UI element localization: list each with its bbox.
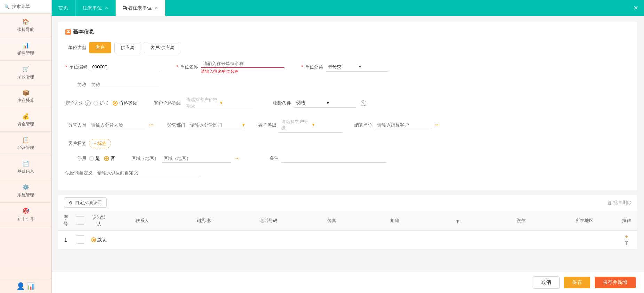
row-add-btn[interactable]: + [623, 234, 629, 239]
phone-input[interactable] [239, 237, 297, 243]
tab-new-partner-close[interactable]: ✕ [155, 6, 158, 10]
purchase-icon: 🛒 [22, 65, 30, 73]
cell-phone[interactable] [237, 231, 300, 249]
unit-category-label: * 单位分类 [301, 64, 323, 70]
sidebar-bottom-icon1[interactable]: 👤 [16, 282, 25, 290]
disabled-no-radio[interactable]: 否 [104, 155, 115, 162]
manager-field: 分管人员 ··· [65, 121, 155, 129]
batch-delete-button[interactable]: 🗑 批量删除 [607, 200, 631, 206]
guide-icon: 🎯 [22, 207, 30, 214]
sales-icon: 📊 [22, 41, 30, 49]
select-all-checkbox[interactable] [76, 216, 84, 225]
sidebar-item-quick-nav[interactable]: 🏠 快捷导航 [0, 14, 51, 37]
region-table-input[interactable] [556, 237, 613, 243]
sidebar-search[interactable]: 🔍 搜索菜单 [0, 0, 51, 14]
cell-wechat[interactable] [489, 231, 552, 249]
col-action: 操作 [616, 211, 637, 231]
close-all-button[interactable]: ✕ [628, 0, 644, 16]
cell-contact[interactable] [110, 231, 173, 249]
fax-input[interactable] [303, 237, 360, 243]
supplier-custom-row: 供应商自定义 [65, 169, 630, 177]
settlement-more-btn[interactable]: ··· [434, 122, 441, 128]
sidebar-item-label: 系统管理 [17, 192, 34, 198]
save-button[interactable]: 保存 [564, 277, 590, 288]
department-field: 分管部门 ▼ [165, 121, 246, 129]
default-radio[interactable]: 默认 [90, 237, 108, 243]
manager-more-btn[interactable]: ··· [148, 122, 155, 128]
department-input[interactable] [188, 121, 244, 129]
cell-fax[interactable] [300, 231, 363, 249]
sidebar-item-system[interactable]: ⚙️ 系统管理 [0, 179, 51, 203]
pricing-question-icon[interactable]: ? [85, 100, 91, 106]
supplier-custom-input[interactable] [95, 169, 200, 177]
col-default: 设为默认 [87, 211, 111, 231]
sidebar-item-sales[interactable]: 📊 销售管理 [0, 37, 51, 61]
payment-terms-select[interactable]: 现结 ▼ [294, 98, 356, 108]
tab-partners-close[interactable]: ✕ [105, 6, 108, 10]
close-all-icon: ✕ [633, 4, 638, 12]
sidebar-item-operation[interactable]: 📋 经营管理 [0, 132, 51, 155]
pricing-method-field: 定价方法 ? 折扣 价格等级 [65, 100, 137, 106]
price-level-radio-circle [113, 101, 118, 106]
sidebar-item-purchase[interactable]: 🛒 采购管理 [0, 61, 51, 84]
manager-row: 分管人员 ··· 分管部门 ▼ 客户等级 请选择客户等级 ▼ [65, 117, 630, 133]
sidebar-item-guide[interactable]: 🎯 新手引导 [0, 203, 51, 226]
save-new-button[interactable]: 保存并新增 [595, 277, 636, 288]
row-delete-btn[interactable]: 🗑 [622, 240, 631, 246]
remark-input[interactable] [282, 154, 386, 163]
price-level-arrow-icon: ▼ [219, 100, 251, 105]
disabled-yes-radio[interactable]: 是 [89, 155, 100, 162]
row-checkbox[interactable] [76, 235, 84, 244]
pricing-radio-price-level[interactable]: 价格等级 [113, 100, 137, 106]
customer-price-level-select[interactable]: 请选择客户价格等级 ▼ [184, 95, 253, 111]
custom-settings-button[interactable]: ⚙ 自定义项设置 [64, 197, 107, 208]
supplier-custom-field: 供应商自定义 [65, 169, 200, 177]
region-input[interactable] [162, 154, 231, 163]
email-input[interactable] [366, 237, 423, 243]
manager-input[interactable] [89, 121, 145, 129]
short-name-input[interactable] [89, 81, 159, 89]
unit-code-input[interactable] [90, 63, 160, 71]
unit-type-both[interactable]: 客户/供应离 [144, 42, 181, 53]
tab-new-partner[interactable]: 新增往来单位 ✕ [116, 0, 165, 16]
address-input[interactable] [176, 237, 234, 243]
contact-input[interactable] [113, 237, 171, 243]
qq-input[interactable] [429, 237, 487, 243]
sidebar-item-inventory[interactable]: 📦 库存核算 [0, 84, 51, 108]
payment-question-icon[interactable]: ? [361, 100, 366, 106]
cell-qq[interactable] [426, 231, 490, 249]
tab-partners[interactable]: 往来单位 ✕ [76, 0, 116, 16]
cell-email[interactable] [363, 231, 426, 249]
disabled-row: 停用 是 否 区域（地区） [65, 154, 630, 163]
unit-category-select[interactable]: 未分类 ▼ [326, 62, 388, 72]
unit-type-customer[interactable]: 客户 [89, 42, 111, 53]
disabled-label: 停用 [65, 155, 86, 162]
sidebar-item-basic[interactable]: 📄 基础信息 [0, 155, 51, 179]
section-title-text: 基本信息 [73, 29, 94, 35]
cancel-button[interactable]: 取消 [533, 276, 560, 289]
unit-type-label: 单位类型 [65, 44, 86, 51]
short-name-label: 简称 [65, 82, 86, 88]
sidebar-item-finance[interactable]: 💰 资金管理 [0, 108, 51, 132]
customer-level-select[interactable]: 请选择客户等级 ▼ [279, 117, 342, 133]
region-more-btn[interactable]: ··· [234, 155, 241, 162]
wechat-input[interactable] [492, 237, 550, 243]
col-qq: qq [426, 211, 490, 231]
cell-address[interactable] [174, 231, 237, 249]
tab-home[interactable]: 首页 [52, 0, 76, 16]
settlement-input[interactable] [375, 121, 431, 129]
department-label: 分管部门 [165, 122, 186, 128]
home-icon: 🏠 [22, 18, 30, 25]
sidebar-item-label: 快捷导航 [17, 27, 34, 33]
customer-price-level-label: 客户价格等级 [154, 100, 181, 106]
unit-name-input[interactable] [201, 59, 284, 68]
customer-level-field: 客户等级 请选择客户等级 ▼ [256, 117, 342, 133]
sidebar-bottom-icon2[interactable]: 📊 [26, 282, 35, 290]
tag-add-button[interactable]: + 标签 [89, 139, 111, 148]
cell-region[interactable] [553, 231, 616, 249]
cell-checkbox[interactable] [73, 231, 87, 249]
unit-type-supplier[interactable]: 供应离 [114, 42, 141, 53]
sidebar-item-label: 采购管理 [17, 74, 34, 80]
remark-label: 备注 [258, 155, 279, 162]
pricing-radio-discount[interactable]: 折扣 [93, 100, 109, 106]
